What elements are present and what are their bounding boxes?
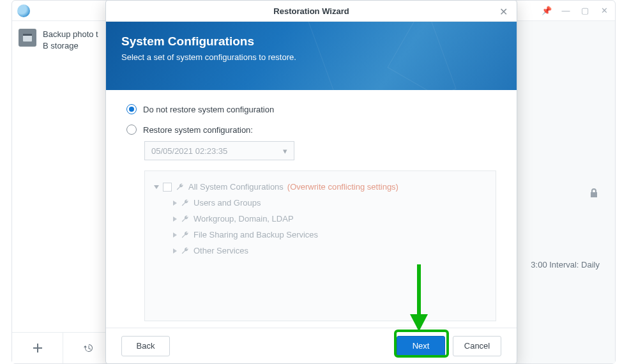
tree-item-label: Other Services bbox=[193, 246, 248, 255]
expand-icon bbox=[173, 248, 177, 254]
task-line1: Backup photo t bbox=[43, 29, 98, 40]
checkbox bbox=[163, 183, 172, 192]
tree-item-label: Workgroup, Domain, LDAP bbox=[193, 214, 294, 224]
tree-item-label: Users and Groups bbox=[193, 198, 261, 208]
add-button[interactable] bbox=[12, 333, 63, 363]
svg-rect-1 bbox=[23, 34, 32, 36]
modal-titlebar: Restoration Wizard ✕ bbox=[106, 1, 517, 22]
modal-close-button[interactable]: ✕ bbox=[496, 4, 510, 19]
sidebar: Backup photo t B storage bbox=[12, 21, 114, 363]
tree-item-label: File Sharing and Backup Services bbox=[193, 230, 318, 239]
radio-label: Do not restore system configuration bbox=[143, 105, 274, 114]
wrench-icon bbox=[181, 246, 190, 255]
app-icon bbox=[17, 4, 30, 17]
tree-root-label: All System Configurations bbox=[188, 182, 284, 192]
radio-do-not-restore[interactable]: Do not restore system configuration bbox=[126, 104, 496, 114]
collapse-icon bbox=[154, 185, 159, 189]
pin-icon[interactable]: 📌 bbox=[541, 5, 552, 17]
history-icon bbox=[83, 342, 95, 354]
banner-title: System Configurations bbox=[121, 34, 501, 49]
modal-footer: Back Next Cancel bbox=[106, 328, 517, 363]
wrench-icon bbox=[176, 183, 185, 192]
tree-item: File Sharing and Backup Services bbox=[151, 227, 489, 243]
schedule-text: 3:00 Interval: Daily bbox=[531, 260, 600, 269]
next-button[interactable]: Next bbox=[397, 336, 445, 356]
modal-banner: System Configurations Select a set of sy… bbox=[106, 22, 517, 90]
banner-subtitle: Select a set of system configurations to… bbox=[121, 52, 501, 62]
modal-title: Restoration Wizard bbox=[273, 6, 349, 16]
sidebar-task-item[interactable]: Backup photo t B storage bbox=[12, 21, 114, 59]
tree-root-hint: (Overwrite conflicting settings) bbox=[287, 182, 398, 192]
tree-item: Other Services bbox=[151, 243, 489, 259]
plus-icon bbox=[32, 342, 43, 354]
tree-item: Workgroup, Domain, LDAP bbox=[151, 211, 489, 227]
modal-content: Do not restore system configuration Rest… bbox=[106, 90, 517, 328]
chevron-down-icon: ▾ bbox=[283, 146, 287, 156]
config-tree: All System Configurations (Overwrite con… bbox=[144, 171, 496, 321]
calendar-icon bbox=[19, 29, 36, 47]
sidebar-task-text: Backup photo t B storage bbox=[43, 29, 98, 51]
cancel-button[interactable]: Cancel bbox=[453, 336, 501, 356]
radio-input[interactable] bbox=[126, 104, 137, 114]
back-button[interactable]: Back bbox=[121, 336, 170, 356]
sidebar-bottom bbox=[12, 332, 114, 363]
wrench-icon bbox=[181, 215, 190, 224]
expand-icon bbox=[173, 216, 177, 222]
restore-date-dropdown: 05/05/2021 02:23:35 ▾ bbox=[144, 141, 294, 160]
date-value: 05/05/2021 02:23:35 bbox=[151, 146, 227, 156]
tree-root: All System Configurations (Overwrite con… bbox=[151, 179, 489, 195]
expand-icon bbox=[173, 201, 177, 206]
window-controls: 📌 — ▢ ✕ bbox=[541, 5, 610, 17]
close-icon[interactable]: ✕ bbox=[598, 5, 610, 17]
lock-icon[interactable] bbox=[588, 187, 600, 201]
radio-input[interactable] bbox=[126, 125, 137, 135]
expand-icon bbox=[173, 232, 177, 238]
wrench-icon bbox=[181, 231, 190, 239]
radio-restore[interactable]: Restore system configuration: bbox=[126, 125, 496, 135]
minimize-icon[interactable]: — bbox=[560, 5, 572, 17]
tree-item: Users and Groups bbox=[151, 195, 489, 211]
restoration-wizard-modal: Restoration Wizard ✕ System Configuratio… bbox=[105, 0, 517, 364]
wrench-icon bbox=[181, 199, 190, 208]
task-line2: B storage bbox=[43, 40, 98, 52]
radio-label: Restore system configuration: bbox=[143, 125, 253, 135]
maximize-icon[interactable]: ▢ bbox=[579, 5, 591, 17]
